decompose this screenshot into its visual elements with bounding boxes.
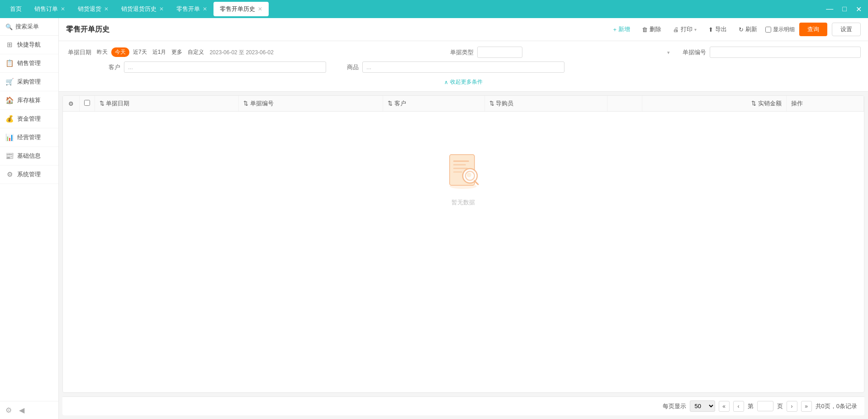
- sidebar-item-finance[interactable]: 💰 资金管理: [0, 110, 58, 128]
- product-input[interactable]: ...: [362, 61, 564, 73]
- window-maximize-btn[interactable]: □: [840, 4, 849, 14]
- date-btn-7days[interactable]: 近7天: [131, 47, 149, 57]
- window-minimize-btn[interactable]: —: [823, 4, 836, 14]
- show-detail-checkbox[interactable]: 显示明细: [765, 26, 795, 33]
- date-btn-more[interactable]: 更多: [170, 47, 184, 57]
- col-billno[interactable]: ⇅ 单据编号: [239, 96, 383, 112]
- tab-close-retail-history[interactable]: ✕: [258, 6, 262, 12]
- tab-sales-return[interactable]: 销货退货 ✕: [71, 2, 115, 16]
- customer-input[interactable]: ...: [124, 61, 326, 73]
- filter-row-2: 客户 ... 商品 ...: [66, 61, 861, 73]
- top-tabbar: 首页 销售订单 ✕ 销货退货 ✕ 销货退货历史 ✕ 零售开单 ✕ 零售开单历史 …: [0, 0, 868, 18]
- col-check[interactable]: [79, 96, 95, 112]
- window-controls: — □ ✕: [823, 4, 864, 14]
- refresh-button[interactable]: ↻ 刷新: [735, 24, 761, 35]
- tab-home[interactable]: 首页: [4, 2, 28, 16]
- sidebar-item-label: 系统管理: [17, 170, 41, 179]
- filter-billtype-field: 单据类型 全部: [448, 47, 674, 58]
- col-salesperson[interactable]: ⇅ 导购员: [484, 96, 607, 112]
- sales-mgmt-icon: 📋: [5, 59, 14, 67]
- date-range-text: 2023-06-02 至 2023-06-02: [209, 49, 273, 56]
- sidebar-item-label: 库存核算: [17, 96, 41, 104]
- settings-button[interactable]: 设置: [832, 23, 861, 36]
- sidebar-search-label: 搜索采单: [15, 23, 39, 31]
- show-detail-label: 显示明细: [773, 26, 795, 33]
- select-all-checkbox[interactable]: [84, 100, 90, 106]
- table-header-row: ⚙ ⇅ 单据日期 ⇅ 单据编号 ⇅ 客户: [63, 96, 864, 112]
- print-button[interactable]: 🖨 打印 ▾: [669, 24, 700, 35]
- date-btn-custom[interactable]: 自定义: [186, 47, 206, 57]
- sidebar-search[interactable]: 🔍 搜索采单: [0, 18, 58, 36]
- sidebar-collapse-btn[interactable]: ◀: [19, 406, 24, 414]
- page-last-btn[interactable]: »: [801, 401, 812, 412]
- page-prefix-label: 第: [748, 402, 754, 410]
- delete-button[interactable]: 🗑 删除: [638, 24, 665, 35]
- sidebar-item-purchase-mgmt[interactable]: 🛒 采购管理: [0, 73, 58, 91]
- page-suffix-label: 页: [777, 402, 783, 410]
- collapse-icon: ∧: [444, 79, 448, 85]
- sidebar-item-quick-nav[interactable]: ⊞ 快捷导航: [0, 36, 58, 54]
- filter-product-field: 商品 ...: [333, 61, 564, 73]
- sidebar-item-label: 快捷导航: [17, 41, 41, 49]
- col-action: 操作: [786, 96, 863, 112]
- svg-rect-5: [453, 168, 468, 169]
- sidebar-item-label: 经营管理: [17, 133, 41, 141]
- sidebar-item-inventory[interactable]: 🏠 库存核算: [0, 91, 58, 110]
- page-next-btn[interactable]: ›: [787, 401, 797, 412]
- sys-mgmt-icon: ⚙: [5, 170, 14, 179]
- col-customer[interactable]: ⇅ 客户: [383, 96, 484, 112]
- tab-retail-order[interactable]: 零售开单 ✕: [170, 2, 213, 16]
- tab-close-sales-order[interactable]: ✕: [61, 6, 65, 12]
- billno-input[interactable]: [710, 47, 861, 58]
- page-prev-btn[interactable]: ‹: [733, 401, 744, 412]
- window-close-btn[interactable]: ✕: [853, 4, 864, 14]
- empty-text: 暂无数据: [451, 198, 475, 207]
- tab-close-retail-order[interactable]: ✕: [203, 6, 207, 12]
- export-button[interactable]: ⬆ 导出: [705, 24, 730, 35]
- per-page-select[interactable]: 50 10 20 100: [690, 400, 715, 412]
- purchase-mgmt-icon: 🛒: [5, 78, 14, 86]
- collapse-btn[interactable]: ∧ 收起更多条件: [66, 76, 861, 88]
- sidebar-item-label: 采购管理: [17, 78, 41, 86]
- page-number-input[interactable]: 1: [757, 401, 773, 411]
- sidebar: 🔍 搜索采单 ⊞ 快捷导航 📋 销售管理 🛒 采购管理 🏠 库存核算 💰 资金管…: [0, 18, 59, 419]
- pagination-bar: 每页显示 50 10 20 100 « ‹ 第 1 页 › » 共0页，0条记录: [62, 396, 864, 415]
- sidebar-item-operations[interactable]: 📊 经营管理: [0, 128, 58, 147]
- sidebar-item-sales-mgmt[interactable]: 📋 销售管理: [0, 54, 58, 73]
- filter-bar: 单据日期 昨天 今天 近7天 近1月 更多 自定义 2023-06-02 至 2…: [59, 41, 868, 92]
- tab-sales-order[interactable]: 销售订单 ✕: [28, 2, 71, 16]
- billtype-select[interactable]: 全部: [477, 47, 522, 58]
- page-first-btn[interactable]: «: [719, 401, 730, 412]
- total-text: 共0页，0条记录: [816, 402, 857, 410]
- billtype-select-wrapper: 全部: [477, 47, 674, 58]
- svg-rect-4: [453, 164, 466, 165]
- search-icon: 🔍: [5, 24, 13, 30]
- sidebar-item-sys-mgmt[interactable]: ⚙ 系统管理: [0, 165, 58, 184]
- sidebar-settings-btn[interactable]: ⚙: [5, 406, 12, 414]
- basic-info-icon: 📰: [5, 152, 14, 160]
- query-button[interactable]: 查询: [799, 23, 827, 36]
- add-button[interactable]: + 新增: [609, 24, 634, 35]
- tab-retail-history[interactable]: 零售开单历史 ✕: [213, 2, 269, 16]
- filter-customer-field: 客户 ...: [95, 61, 326, 73]
- col-settings[interactable]: ⚙: [63, 96, 79, 112]
- toolbar: + 新增 🗑 删除 🖨 打印 ▾ ⬆ 导出 ↻ 刷新: [609, 23, 861, 36]
- date-label: 单据日期: [66, 48, 91, 56]
- sidebar-item-label: 基础信息: [17, 152, 41, 160]
- sidebar-item-label: 销售管理: [17, 59, 41, 67]
- svg-line-9: [474, 181, 478, 184]
- export-icon: ⬆: [708, 26, 713, 33]
- tab-close-sales-return-history[interactable]: ✕: [159, 6, 164, 12]
- data-table: ⚙ ⇅ 单据日期 ⇅ 单据编号 ⇅ 客户: [63, 96, 864, 243]
- customer-label: 客户: [95, 63, 120, 71]
- content-area: 零售开单历史 + 新增 🗑 删除 🖨 打印 ▾ ⬆ 导出: [59, 18, 868, 419]
- sidebar-item-basic-info[interactable]: 📰 基础信息: [0, 147, 58, 165]
- date-btn-1month[interactable]: 近1月: [151, 47, 168, 57]
- date-btn-today[interactable]: 今天: [111, 47, 129, 57]
- col-date[interactable]: ⇅ 单据日期: [95, 96, 239, 112]
- tab-sales-return-history[interactable]: 销货退货历史 ✕: [115, 2, 170, 16]
- show-detail-input[interactable]: [765, 27, 771, 33]
- col-amount[interactable]: ⇅ 实销金额: [642, 96, 786, 112]
- tab-close-sales-return[interactable]: ✕: [104, 6, 109, 12]
- date-btn-yesterday[interactable]: 昨天: [95, 47, 109, 57]
